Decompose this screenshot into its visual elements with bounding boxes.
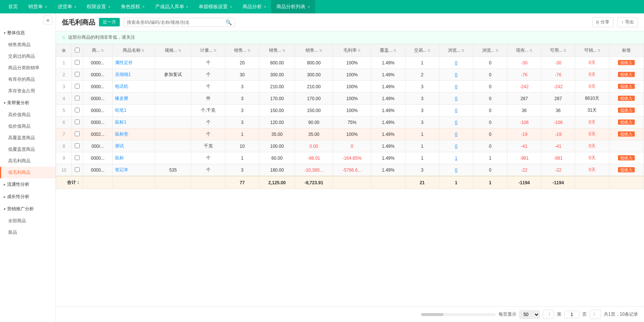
- col-unit[interactable]: 计量...⇅: [191, 44, 225, 57]
- col-view2[interactable]: 浏览...⇅: [473, 44, 507, 57]
- row-checkbox[interactable]: [72, 69, 83, 81]
- page-size-select[interactable]: 50 100 200: [519, 310, 540, 319]
- row-checkbox[interactable]: [72, 81, 83, 93]
- col-coverage[interactable]: 覆盖...⇅: [371, 44, 405, 57]
- col-checkbox[interactable]: [72, 44, 83, 57]
- row-checkbox[interactable]: [72, 152, 83, 164]
- row-view1[interactable]: 0: [439, 57, 473, 69]
- nav-close-role-auth[interactable]: ×: [141, 5, 145, 9]
- export-button[interactable]: ↑ 导出: [617, 17, 638, 27]
- nav-close-template[interactable]: ×: [229, 5, 232, 9]
- nav-analysis-list[interactable]: 商品分析列表 ×: [271, 0, 315, 13]
- row-available: -106: [541, 117, 575, 128]
- sidebar-item-high-value[interactable]: 高价值商品: [0, 109, 55, 121]
- sidebar-item-high-coverage[interactable]: 高覆盖度商品: [0, 132, 55, 144]
- col-settings[interactable]: ⚙: [56, 44, 72, 57]
- row-name[interactable]: 鼠标1: [112, 117, 155, 128]
- footer-transaction: 21: [405, 176, 439, 189]
- row-name[interactable]: 电话机: [112, 81, 155, 93]
- sidebar-group-growth-title[interactable]: ▸ 成长性分析: [0, 191, 55, 203]
- col-name[interactable]: 商品名称⇅: [112, 44, 155, 57]
- row-name[interactable]: 鼠标垫: [112, 128, 155, 140]
- search-input[interactable]: [127, 20, 223, 25]
- row-name[interactable]: 笔记本: [112, 164, 155, 176]
- row-checkbox[interactable]: [72, 105, 83, 117]
- sidebar-item-traded-products[interactable]: 交易过的商品: [0, 51, 55, 62]
- sidebar-item-all-products[interactable]: 全部商品: [0, 215, 55, 227]
- row-view1[interactable]: 0: [439, 93, 473, 105]
- row-checkbox[interactable]: [72, 57, 83, 69]
- nav-sales[interactable]: 销货单 ×: [23, 0, 52, 13]
- row-current: -106: [507, 117, 541, 128]
- sidebar-group-analysis-title[interactable]: ▾ 美帮量分析: [0, 97, 55, 109]
- col-view1[interactable]: 浏览...⇅: [439, 44, 473, 57]
- row-view1[interactable]: 0: [439, 164, 473, 176]
- col-available[interactable]: 可用...⇅: [541, 44, 575, 57]
- row-name[interactable]: 铅笔1: [112, 105, 155, 117]
- row-view1[interactable]: 0: [439, 81, 473, 93]
- nav-template-settings[interactable]: 单据模板设置 ×: [193, 0, 237, 13]
- row-view1[interactable]: 0: [439, 128, 473, 140]
- share-button[interactable]: ⎘ 分享: [592, 17, 613, 27]
- sidebar-item-sales-products[interactable]: 销售类商品: [0, 39, 55, 51]
- nav-role-auth[interactable]: 角色授权 ×: [116, 0, 150, 13]
- sidebar-item-stocked-products[interactable]: 有库存的商品: [0, 74, 55, 85]
- row-checkbox[interactable]: [72, 128, 83, 140]
- row-checkbox[interactable]: [72, 117, 83, 128]
- nav-close-sales[interactable]: ×: [44, 5, 47, 9]
- col-current[interactable]: 现有...⇅: [507, 44, 541, 57]
- nav-close-analysis-list[interactable]: ×: [307, 5, 310, 9]
- row-name[interactable]: 鼠标: [112, 152, 155, 164]
- row-checkbox[interactable]: [72, 140, 83, 152]
- col-sales-qty[interactable]: 销售...⇅: [225, 44, 259, 57]
- table-row: 6 0000... 鼠标1 个 3 120.00 90.00 75% 1.49%…: [56, 117, 644, 128]
- row-name[interactable]: 吴细细1: [112, 69, 155, 81]
- sidebar-item-high-margin[interactable]: 高毛利商品: [0, 155, 55, 167]
- search-icon[interactable]: 🔍: [225, 19, 232, 25]
- sidebar-item-new-products[interactable]: 新品: [0, 227, 55, 238]
- nav-close-permissions[interactable]: ×: [107, 5, 110, 9]
- sidebar-group-overview-title[interactable]: ▾ 整体信息: [0, 27, 55, 39]
- prev-page-button[interactable]: 〈: [543, 310, 554, 319]
- col-sales-amount[interactable]: 销售...⇅: [295, 44, 333, 57]
- nav-permissions[interactable]: 权限设置 ×: [81, 0, 116, 13]
- row-view1[interactable]: 0: [439, 69, 473, 81]
- col-saleable[interactable]: 可销...⇅: [575, 44, 609, 57]
- select-all-checkbox[interactable]: [75, 48, 80, 52]
- col-spec[interactable]: 规格...⇅: [155, 44, 191, 57]
- nav-product-entry[interactable]: 产成品入库单 ×: [150, 0, 194, 13]
- horizontal-scrollbar[interactable]: [421, 313, 496, 316]
- nav-close-product-entry[interactable]: ×: [185, 5, 189, 9]
- col-sales-price[interactable]: 销售...⇅: [259, 44, 295, 57]
- row-checkbox[interactable]: [72, 164, 83, 176]
- current-page-input[interactable]: [564, 311, 579, 318]
- sidebar-item-low-coverage[interactable]: 低覆盖度商品: [0, 144, 55, 155]
- row-name[interactable]: 属性定价: [112, 57, 155, 69]
- nav-product-analysis[interactable]: 商品分析 ×: [237, 0, 272, 13]
- nav-close-analysis[interactable]: ×: [263, 5, 266, 9]
- row-view1[interactable]: 0: [439, 140, 473, 152]
- sidebar-group-marketing-title[interactable]: ▾ 营销推广分析: [0, 203, 55, 215]
- sidebar-item-category-rate[interactable]: 商品分类助销率: [0, 62, 55, 74]
- row-name[interactable]: 橡皮擦: [112, 93, 155, 105]
- row-name[interactable]: 测试: [112, 140, 155, 152]
- filter-recent-month-button[interactable]: 近一月: [99, 18, 120, 26]
- scrollbar-thumb[interactable]: [421, 313, 443, 316]
- next-page-button[interactable]: 〉: [590, 310, 601, 319]
- nav-close-purchase[interactable]: ×: [73, 5, 77, 9]
- col-transaction[interactable]: 交易...⇅: [405, 44, 439, 57]
- sidebar-item-low-value[interactable]: 低价值商品: [0, 121, 55, 132]
- nav-home[interactable]: 首页: [3, 0, 23, 13]
- col-gross-margin[interactable]: 毛利率⇅: [333, 44, 371, 57]
- row-view1[interactable]: 0: [439, 105, 473, 117]
- sidebar-item-inventory-capital[interactable]: 库存资金占用: [0, 85, 55, 97]
- row-checkbox[interactable]: [72, 93, 83, 105]
- sidebar-group-liquidity-title[interactable]: ▸ 流通性分析: [0, 178, 55, 191]
- col-tag[interactable]: 标签: [609, 44, 644, 57]
- row-view1[interactable]: 0: [439, 117, 473, 128]
- col-code[interactable]: 商...⇅: [83, 44, 113, 57]
- sidebar-collapse-button[interactable]: «: [44, 16, 52, 25]
- row-view1[interactable]: 1: [439, 152, 473, 164]
- nav-purchase[interactable]: 进货单 ×: [52, 0, 82, 13]
- sidebar-item-low-margin[interactable]: 低毛利商品: [0, 167, 55, 178]
